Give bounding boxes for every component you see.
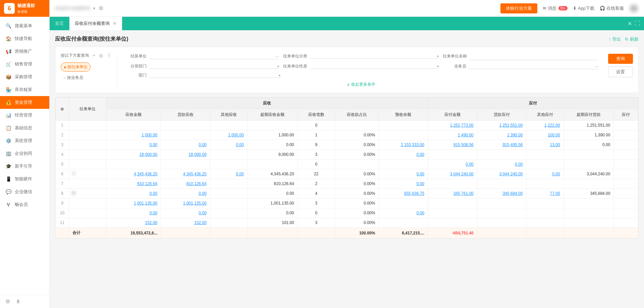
sidebar-item-label: 搜索菜单 xyxy=(15,23,32,29)
query-btn[interactable]: 查询 xyxy=(608,54,633,64)
salesperson-dots-icon[interactable]: ··· xyxy=(595,63,599,69)
app-download-btn[interactable]: ⬇ App下载 xyxy=(573,5,594,11)
logo-area: 6 畅捷通财 标准版 xyxy=(0,0,49,17)
ap-other-header: 其他应付 xyxy=(526,109,564,121)
sidebar-item-label: 基础信息 xyxy=(15,125,32,131)
sidebar-item-search[interactable]: 🔍 搜索菜单 xyxy=(0,19,49,32)
table-settings-col[interactable]: ⚙ xyxy=(56,98,69,121)
sidebar-item-member[interactable]: V 畅会员 xyxy=(0,198,49,211)
ap-other: 13.00 xyxy=(526,140,564,150)
solution-btn[interactable]: 体验行业方案 xyxy=(500,3,537,13)
partner-category-select[interactable]: ▾ xyxy=(310,54,439,59)
table-container: ⚙ 往来单位 应收 应付 应收金额 贷款应收 其他应收 超期应收金额 应收笔数 … xyxy=(55,97,639,239)
view-by-partner[interactable]: ● 按往来单位 xyxy=(61,62,91,72)
maximize-icon[interactable]: ⛶ xyxy=(635,20,640,27)
sidebar-item-marketing[interactable]: 📢 营销推广 xyxy=(0,45,49,58)
sidebar-item-basicinfo[interactable]: 📋 基础信息 xyxy=(0,122,49,134)
marketing-icon: 📢 xyxy=(5,49,11,54)
ap-overdue xyxy=(564,150,614,160)
ap-amount xyxy=(428,218,477,228)
sidebar-item-company[interactable]: 🏢 企业协同 xyxy=(0,147,49,160)
ar-advance-header: 预收余额 xyxy=(379,109,428,121)
collapse-sidebar-icon[interactable]: ⏸ xyxy=(15,299,21,305)
export-btn[interactable]: ↑ 导出 xyxy=(609,36,621,42)
header-left: 应收应付余额查询 ▾ ⚙ xyxy=(55,5,103,11)
settlement-unit-input[interactable]: ··· xyxy=(149,53,279,59)
sidebar-item-wechat[interactable]: 💬 企业微信 xyxy=(0,185,49,198)
sidebar-item-guide[interactable]: 🎓 新手引导 xyxy=(0,160,49,173)
ar-loan: 4,345,436.20 xyxy=(161,169,210,179)
sidebar-item-operation[interactable]: 📊 经营管理 xyxy=(0,109,49,122)
department-label: 部门 xyxy=(123,73,147,78)
salesperson-view-label: 按业务员 xyxy=(67,75,83,81)
settings-btn[interactable]: 设置 xyxy=(608,67,633,77)
department-select[interactable]: ▾ xyxy=(149,73,280,78)
sidebar-item-sales[interactable]: 🛒 销售管理 xyxy=(0,58,49,71)
ap-loan xyxy=(477,199,526,208)
message-btn[interactable]: ✉ 消息 99+ xyxy=(543,5,568,11)
tab-close-icon[interactable]: ✕ xyxy=(113,21,116,26)
dept-manager-field[interactable] xyxy=(149,64,276,69)
ap-loan: 0.00 xyxy=(477,160,526,169)
view-by-salesperson[interactable]: ○ 按业务员 xyxy=(61,74,86,82)
sidebar-item-label: 采购管理 xyxy=(15,74,32,80)
ar-overdue xyxy=(247,160,298,169)
salesperson-field[interactable] xyxy=(469,64,593,69)
export-label: 导出 xyxy=(612,36,621,42)
online-service-label: 在线客服 xyxy=(606,5,624,11)
ap-tail xyxy=(614,208,638,218)
refresh-icon: ↻ xyxy=(625,37,629,42)
refresh-btn[interactable]: ↻ 刷新 xyxy=(625,36,639,42)
sidebar-item-inventory[interactable]: 🏪 库存核算 xyxy=(0,83,49,96)
sidebar-item-finance[interactable]: 💰 资金管理 xyxy=(0,96,49,109)
online-service-btn[interactable]: 🎧 在线客服 xyxy=(600,5,624,11)
sidebar-bottom: ⚙ ⏸ xyxy=(0,295,49,308)
sidebar-item-purchase[interactable]: 📦 采购管理 xyxy=(0,71,49,83)
row-num: 1 xyxy=(56,121,69,130)
salesperson-input[interactable]: ··· xyxy=(469,63,599,69)
dept-manager-select[interactable]: ▾ xyxy=(149,64,279,69)
tab-home[interactable]: 首页 xyxy=(50,17,69,30)
ar-ratio: 0.00% xyxy=(335,179,378,189)
settlement-dots-icon[interactable]: ··· xyxy=(275,53,279,59)
partner-name xyxy=(69,218,106,228)
ar-overdue: 101.00 xyxy=(247,218,298,228)
ap-overdue xyxy=(564,179,614,189)
sidebar-item-quicknav[interactable]: 🏠 快捷导航 xyxy=(0,32,49,45)
sidebar-item-system[interactable]: ⚙️ 系统管理 xyxy=(0,134,49,147)
ar-other xyxy=(210,208,247,218)
user-avatar[interactable]: Rit xyxy=(629,4,639,13)
ap-loan: 1,390.00 xyxy=(477,130,526,140)
sidebar-item-label: 经营管理 xyxy=(15,112,32,118)
settings-gear-icon[interactable]: ⚙ xyxy=(99,5,103,11)
back-filter-icon[interactable]: 《 xyxy=(106,52,110,58)
ap-overdue xyxy=(564,218,614,228)
sidebar-item-hardware[interactable]: 📱 智能硬件 xyxy=(0,173,49,185)
tab-ar-ap[interactable]: 应收应付余额查询 ✕ xyxy=(69,17,122,30)
department-chevron: ▾ xyxy=(279,74,280,77)
add-filter-icon[interactable]: ＋ xyxy=(92,52,96,58)
ar-loan xyxy=(161,160,210,169)
partner-nature-select[interactable]: ▾ xyxy=(310,64,439,69)
filter-top: 按以下方案查询 ＋ ◎ 《 xyxy=(61,52,112,58)
ap-amount-header: 应付金额 xyxy=(428,109,477,121)
table-row: 9 1,001,135.00 1,001,135.00 1,001,135.00… xyxy=(56,199,638,208)
ap-overdue: 3,044,240.00 xyxy=(564,169,614,179)
footer-empty xyxy=(56,228,69,238)
ap-tail xyxy=(614,121,638,130)
partner-nature-field[interactable] xyxy=(310,64,436,69)
ap-tail xyxy=(614,140,638,150)
department-field[interactable] xyxy=(149,73,277,78)
partner-name-field[interactable] xyxy=(470,52,599,60)
ar-ratio: 0.00% xyxy=(335,189,378,199)
ap-tail xyxy=(614,179,638,189)
partner-category-field[interactable] xyxy=(310,54,436,58)
settlement-unit-field[interactable] xyxy=(149,54,274,58)
edit-filter-icon[interactable]: ◎ xyxy=(99,53,103,58)
settings-bottom-icon[interactable]: ⚙ xyxy=(5,298,10,305)
ap-loan xyxy=(477,179,526,189)
close-window-icon[interactable]: ✕ xyxy=(628,20,632,27)
collapse-bar[interactable]: ∧ 收起更多条件 xyxy=(123,82,599,87)
ar-loan: 1,001,135.00 xyxy=(161,199,210,208)
row-num: 10 xyxy=(56,208,69,218)
